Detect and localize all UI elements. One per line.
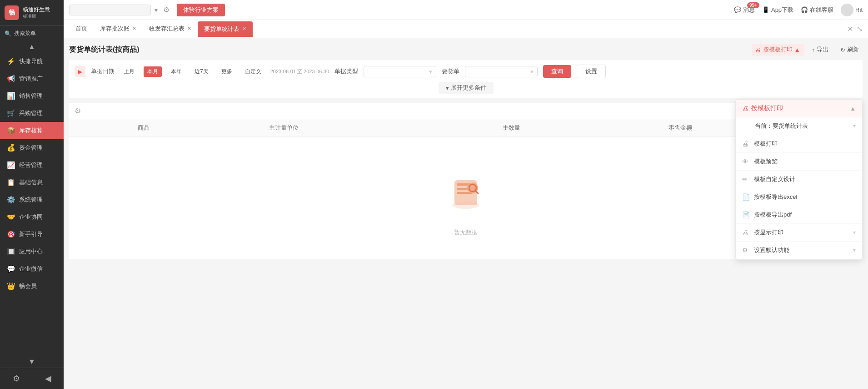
sidebar-item-collab[interactable]: 🤝 企业协同 <box>0 208 64 226</box>
tab-home[interactable]: 首页 <box>69 21 94 37</box>
sidebar-item-label: 畅会员 <box>19 282 37 290</box>
page-actions: 🖨 按模板打印 ▲ ↑ 导出 ↻ 刷新 <box>752 44 863 56</box>
sidebar-item-member[interactable]: 👑 畅会员 <box>0 278 64 295</box>
dp-template-print[interactable]: 🖨 模板打印 <box>736 135 862 153</box>
messages-button[interactable]: 💬 消息 99+ <box>734 6 755 14</box>
sidebar-item-label: 系统管理 <box>19 196 43 204</box>
sidebar-item-label: 资金管理 <box>19 144 43 152</box>
dp-template-export-pdf[interactable]: 📄 按模板导出pdf <box>736 206 862 224</box>
sidebar-item-wechat[interactable]: 💬 企业微信 <box>0 260 64 278</box>
sidebar: 畅 畅通好生意 标准版 🔍 搜索菜单 ▲ ⚡ 快捷导航 📢 营销推广 📊 销售管… <box>0 0 64 389</box>
dp-template-export-excel-label: 按模板导出excel <box>754 193 797 201</box>
sidebar-item-appstore[interactable]: 🔲 应用中心 <box>0 243 64 260</box>
sidebar-item-label: 销售管理 <box>19 92 43 100</box>
tab-receipt-summary-close[interactable]: ✕ <box>187 25 191 31</box>
sidebar-item-guide[interactable]: 🎯 新手引导 <box>0 226 64 243</box>
filter-this-year-btn[interactable]: 本年 <box>167 66 185 77</box>
table-settings-icon[interactable]: ⚙ <box>75 106 81 115</box>
sidebar-item-quick-nav[interactable]: ⚡ 快捷导航 <box>0 53 64 70</box>
topbar-search-input[interactable] <box>69 5 151 15</box>
online-service-button[interactable]: 🎧 在线客服 <box>801 6 833 14</box>
filter-row-expand: ▾ 展开更多条件 <box>75 82 857 94</box>
col-product: 商品 <box>132 119 264 137</box>
collapse-button[interactable]: ◀ <box>41 372 55 385</box>
print-template-button[interactable]: 🖨 按模板打印 ▲ <box>752 44 804 56</box>
tab-batch-accounts-close[interactable]: ✕ <box>132 25 136 31</box>
dp-title: 按模板打印 <box>751 104 783 112</box>
sidebar-search[interactable]: 🔍 搜索菜单 <box>0 26 64 41</box>
refresh-button[interactable]: ↻ 刷新 <box>837 44 863 56</box>
printer-icon: 🖨 <box>755 46 761 53</box>
dp-template-design[interactable]: ✏ 模板自定义设计 <box>736 171 862 188</box>
tab-maximize-icon[interactable]: ⤡ <box>857 25 863 33</box>
headset-icon: 🎧 <box>801 6 808 13</box>
scroll-up-button[interactable]: ▲ <box>0 41 64 53</box>
dp-chevron-up[interactable]: ▲ <box>850 105 856 112</box>
dp-template-preview[interactable]: 👁 模板预览 <box>736 153 862 171</box>
settings-button[interactable]: ⚙ <box>9 372 24 385</box>
tab-receipt-summary-label: 收发存汇总表 <box>149 25 185 33</box>
topbar-right: 💬 消息 99+ 📱 App下载 🎧 在线客服 Rit <box>734 4 863 16</box>
export-button[interactable]: ↑ 导出 <box>808 44 833 56</box>
filter-type-label: 单据类型 <box>334 67 358 76</box>
sidebar-item-marketing[interactable]: 📢 营销推广 <box>0 70 64 87</box>
sidebar-item-purchase[interactable]: 🛒 采购管理 <box>0 105 64 122</box>
finance-icon: 💰 <box>6 144 15 152</box>
main-area: ▾ ⚙ 体验行业方案 💬 消息 99+ 📱 App下载 🎧 在线客服 Rit <box>64 0 868 389</box>
dp-display-print[interactable]: 🖨 按显示打印 ▾ <box>736 224 862 242</box>
dp-display-print-label: 按显示打印 <box>754 228 783 237</box>
filter-more-btn[interactable]: 更多 <box>218 66 236 77</box>
app-download-icon: 📱 <box>762 6 769 13</box>
empty-illustration <box>443 169 489 214</box>
dp-set-default[interactable]: ⚙ 设置默认功能 ▾ <box>736 242 862 259</box>
page-title: 要货单统计表(按商品) <box>69 45 140 55</box>
sidebar-item-inventory[interactable]: 📦 库存核算 <box>0 122 64 139</box>
app-download-button[interactable]: 📱 App下载 <box>762 6 793 14</box>
topbar-chevron-icon[interactable]: ▾ <box>155 6 158 14</box>
logo-icon: 畅 <box>5 5 19 20</box>
tab-receipt-summary[interactable]: 收发存汇总表 ✕ <box>143 21 198 37</box>
topbar: ▾ ⚙ 体验行业方案 💬 消息 99+ 📱 App下载 🎧 在线客服 Rit <box>64 0 868 20</box>
topbar-gear-icon[interactable]: ⚙ <box>163 5 170 14</box>
tab-order-stats[interactable]: 要货单统计表 ✕ <box>198 21 253 37</box>
tab-close-all-icon[interactable]: ✕ <box>847 25 853 33</box>
trial-button[interactable]: 体验行业方案 <box>177 4 225 16</box>
dp-current-item[interactable]: 当前：要货单统计表 ▾ <box>736 117 862 135</box>
scroll-down-button[interactable]: ▼ <box>0 356 64 368</box>
filter-expand-arrow[interactable]: ▶ <box>75 66 85 77</box>
tabbar: 首页 库存批次账 ✕ 收发存汇总表 ✕ 要货单统计表 ✕ ✕ ⤡ <box>64 20 868 38</box>
filter-this-month-btn[interactable]: 本月 <box>144 66 162 77</box>
tab-order-stats-close[interactable]: ✕ <box>242 26 246 32</box>
appstore-icon: 🔲 <box>6 248 15 256</box>
col-checkbox <box>69 119 132 137</box>
print-chevron-up-icon[interactable]: ▲ <box>794 46 800 53</box>
sidebar-item-basic[interactable]: 📋 基础信息 <box>0 174 64 191</box>
dp-template-export-excel[interactable]: 📄 按模板导出excel <box>736 188 862 206</box>
guide-icon: 🎯 <box>6 230 15 238</box>
dp-template-preview-label: 模板预览 <box>754 157 778 166</box>
filter-custom-btn[interactable]: 自定义 <box>241 66 265 77</box>
filter-type-select[interactable]: ▾ <box>364 66 436 77</box>
filter-last-7days-btn[interactable]: 近7天 <box>191 66 212 77</box>
filter-prev-month-btn[interactable]: 上月 <box>120 66 138 77</box>
operation-icon: 📈 <box>6 161 15 169</box>
sidebar-item-finance[interactable]: 💰 资金管理 <box>0 139 64 157</box>
filter-expand-button[interactable]: ▾ 展开更多条件 <box>439 82 494 94</box>
sidebar-item-sales[interactable]: 📊 销售管理 <box>0 87 64 105</box>
sidebar-item-system[interactable]: ⚙️ 系统管理 <box>0 191 64 208</box>
filter-date-label: 单据日期 <box>91 67 115 76</box>
tab-home-label: 首页 <box>75 25 87 33</box>
user-avatar[interactable]: Rit <box>841 4 863 16</box>
sidebar-item-label: 采购管理 <box>19 109 43 117</box>
set-button[interactable]: 设置 <box>577 65 606 78</box>
sidebar-item-operation[interactable]: 📈 经营管理 <box>0 157 64 174</box>
query-button[interactable]: 查询 <box>543 65 571 78</box>
dp-display-print-arrow: ▾ <box>853 229 856 236</box>
app-download-label: App下载 <box>771 6 793 14</box>
inventory-icon: 📦 <box>6 126 15 135</box>
filter-goods-select[interactable]: ▾ <box>465 66 538 77</box>
sidebar-item-label: 企业协同 <box>19 213 43 221</box>
tab-batch-accounts[interactable]: 库存批次账 ✕ <box>94 21 143 37</box>
filter-date-range: 2023-06-01 至 2023-06-30 <box>270 68 329 75</box>
sidebar-logo: 畅 畅通好生意 标准版 <box>0 0 64 26</box>
